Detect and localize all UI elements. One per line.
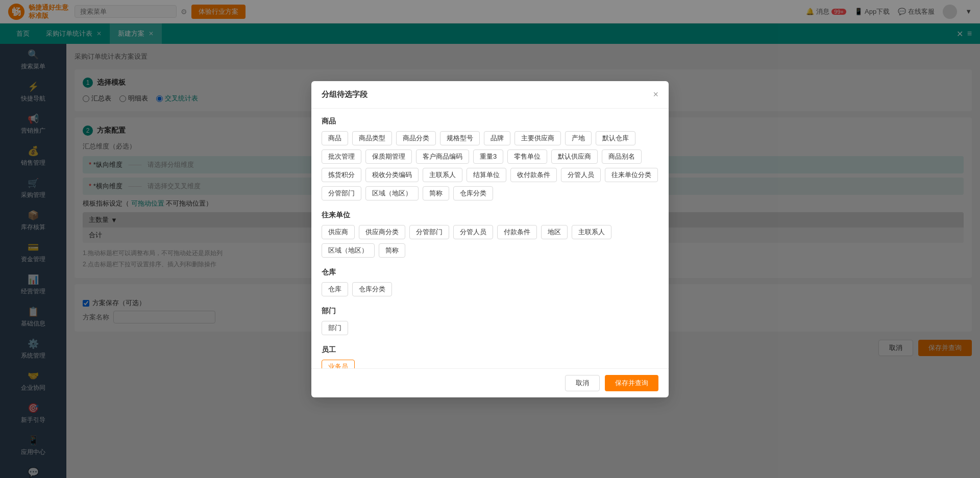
tag-pay-terms[interactable]: 付款条件	[497, 225, 537, 239]
counterpart-tags: 供应商 供应商分类 分管部门 分管人员 付款条件 地区 主联系人 区域（地区） …	[322, 225, 658, 258]
modal-header: 分组待选字段 ×	[311, 81, 669, 109]
section-warehouse: 仓库 仓库 仓库分类	[322, 268, 658, 296]
section-counterpart: 往来单位 供应商 供应商分类 分管部门 分管人员 付款条件 地区 主联系人 区域…	[322, 211, 658, 258]
tag-person-manage[interactable]: 分管人员	[453, 225, 493, 239]
tag-dept-manage[interactable]: 分管部门	[409, 225, 449, 239]
modal-dialog: 分组待选字段 × 商品 商品 商品类型 商品分类 规格型号 品牌 主要供应商 产…	[311, 81, 669, 397]
tag-supplier-category[interactable]: 供应商分类	[359, 225, 405, 239]
tag-supplier[interactable]: 供应商	[322, 225, 355, 239]
tag-default-warehouse[interactable]: 默认仓库	[596, 131, 635, 145]
tag-tax-code[interactable]: 税收分类编码	[365, 168, 419, 182]
tag-salesperson[interactable]: 业务员	[322, 360, 355, 368]
tag-warehouse-category[interactable]: 仓库分类	[453, 186, 493, 200]
dept-tags: 部门	[322, 321, 658, 335]
tag-goods-alias[interactable]: 商品别名	[602, 149, 642, 164]
tag-main-contact[interactable]: 主联系人	[423, 168, 462, 182]
section-dept-title: 部门	[322, 307, 658, 316]
modal-close-button[interactable]: ×	[653, 89, 658, 100]
tag-default-supplier[interactable]: 默认供应商	[551, 149, 598, 164]
section-warehouse-title: 仓库	[322, 268, 658, 277]
modal-overlay: 分组待选字段 × 商品 商品 商品类型 商品分类 规格型号 品牌 主要供应商 产…	[0, 0, 980, 478]
warehouse-tags: 仓库 仓库分类	[322, 282, 658, 296]
tag-goods-category[interactable]: 商品分类	[396, 131, 436, 145]
tag-main-contact-2[interactable]: 主联系人	[572, 225, 611, 239]
tag-manager[interactable]: 分管人员	[561, 168, 601, 182]
tag-retail-unit[interactable]: 零售单位	[507, 149, 547, 164]
tag-pick-points[interactable]: 拣货积分	[322, 168, 361, 182]
tag-dept[interactable]: 部门	[322, 321, 348, 335]
tag-goods[interactable]: 商品	[322, 131, 348, 145]
tag-customer-code[interactable]: 客户商品编码	[416, 149, 469, 164]
employee-tags: 业务员	[322, 360, 658, 368]
tag-wh-category[interactable]: 仓库分类	[352, 282, 392, 296]
section-employee: 员工 业务员	[322, 345, 658, 368]
tag-quality-mgmt[interactable]: 保质期管理	[365, 149, 412, 164]
tag-spec-model[interactable]: 规格型号	[440, 131, 480, 145]
tag-payment-terms[interactable]: 收付款条件	[510, 168, 557, 182]
tag-counterpart-category[interactable]: 往来单位分类	[605, 168, 658, 182]
tag-settle-unit[interactable]: 结算单位	[467, 168, 506, 182]
section-employee-title: 员工	[322, 345, 658, 355]
modal-title: 分组待选字段	[322, 90, 368, 99]
section-dept: 部门 部门	[322, 307, 658, 335]
tag-dept-managed[interactable]: 分管部门	[322, 186, 361, 200]
tag-district[interactable]: 地区	[541, 225, 568, 239]
tag-main-supplier[interactable]: 主要供应商	[514, 131, 561, 145]
tag-region[interactable]: 区域（地区）	[365, 186, 419, 200]
modal-footer: 取消 保存并查询	[311, 368, 669, 397]
goods-tags: 商品 商品类型 商品分类 规格型号 品牌 主要供应商 产地 默认仓库 批次管理 …	[322, 131, 658, 200]
tag-region-2[interactable]: 区域（地区）	[322, 243, 375, 258]
tag-brand[interactable]: 品牌	[484, 131, 510, 145]
modal-body: 商品 商品 商品类型 商品分类 规格型号 品牌 主要供应商 产地 默认仓库 批次…	[311, 109, 669, 368]
tag-batch-mgmt[interactable]: 批次管理	[322, 149, 361, 164]
tag-short-name[interactable]: 简称	[423, 186, 449, 200]
tag-short-name-2[interactable]: 简称	[379, 243, 405, 258]
section-counterpart-title: 往来单位	[322, 211, 658, 220]
tag-weight[interactable]: 重量3	[473, 149, 503, 164]
section-goods: 商品 商品 商品类型 商品分类 规格型号 品牌 主要供应商 产地 默认仓库 批次…	[322, 117, 658, 200]
modal-save-button[interactable]: 保存并查询	[605, 375, 658, 391]
section-goods-title: 商品	[322, 117, 658, 126]
tag-wh[interactable]: 仓库	[322, 282, 348, 296]
modal-cancel-button[interactable]: 取消	[565, 375, 600, 391]
tag-goods-type[interactable]: 商品类型	[352, 131, 392, 145]
tag-origin[interactable]: 产地	[565, 131, 592, 145]
